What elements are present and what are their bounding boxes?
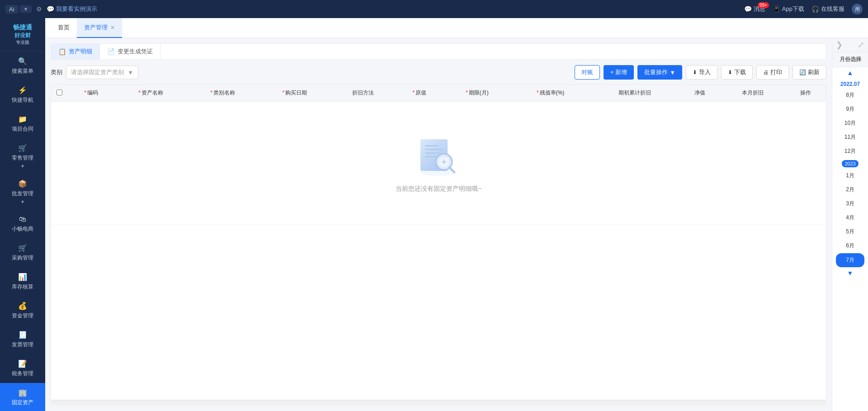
tab-asset-label: 资产管理 (84, 24, 108, 32)
month-item-12[interactable]: 12月 (832, 144, 868, 158)
sidebar-item-retail[interactable]: 🛒 零售管理 ▼ (0, 138, 45, 174)
sidebar-item-search[interactable]: 🔍 搜索菜单 (0, 52, 45, 80)
demo-link[interactable]: 💬 我要看实例演示 (47, 5, 97, 13)
sidebar-item-label: 采购管理 (12, 254, 33, 262)
sidebar-item-label: 零售管理 (12, 154, 33, 162)
col-category: *类别名称 (187, 85, 259, 102)
col-residual-rate: *残值率(%) (511, 85, 590, 102)
app-logo: 畅捷通 好业财 专业版 (0, 18, 45, 52)
search-icon: 🔍 (18, 57, 27, 66)
empty-state-text: 当前您还没有固定资产明细哦~ (396, 185, 481, 193)
month-nav-down[interactable]: ▼ (832, 268, 868, 279)
sidebar-item-invoice[interactable]: 🧾 发票管理 (0, 325, 45, 354)
sidebar-item-label: 库存核算 (12, 283, 33, 291)
sidebar-item-label: 固定资产 (12, 399, 33, 406)
refresh-button[interactable]: 🔄 刷新 (793, 65, 826, 80)
print-button[interactable]: 🖨 打印 (756, 65, 789, 80)
month-item-5[interactable]: 5月 (832, 225, 868, 239)
main-layout: 畅捷通 好业财 专业版 🔍 搜索菜单 ⚡ 快捷导航 📁 项目合同 🛒 零售管理 … (0, 18, 868, 411)
col-accumulated-depreciation: 期初累计折旧 (590, 85, 679, 102)
chevron-down-icon: ▼ (20, 199, 25, 204)
message-badge: 99+ (758, 2, 769, 8)
month-item-10[interactable]: 10月 (832, 116, 868, 130)
table-header-row: *编码 *资产名称 *类别名称 *购买日期 折旧方法 *原值 *期限(月) *残… (51, 85, 826, 102)
month-item-1[interactable]: 1月 (832, 169, 868, 183)
ecommerce-icon: 🛍 (19, 215, 26, 223)
toolbar: 类别 请选择固定资产类别 ▼ 对账 + 新增 批量操作 ▼ (51, 65, 826, 80)
user-avatar[interactable]: 用 (852, 4, 863, 14)
sidebar-item-tax[interactable]: 📝 税务管理 (0, 354, 45, 383)
month-item-8[interactable]: 8月 (832, 88, 868, 102)
month-item-4[interactable]: 4月 (832, 211, 868, 225)
asset-detail-icon: 📋 (58, 48, 66, 55)
online-service-button[interactable]: 🎧 在线客服 (811, 5, 844, 13)
app-name2: 好业财 (4, 32, 42, 39)
sidebar-item-label: 资金管理 (12, 312, 33, 320)
empty-row: 当前您还没有固定资产明细哦~ (51, 102, 826, 224)
app-download-button[interactable]: 📱 App下载 (773, 5, 804, 13)
year-2022-label: 2022.07 (832, 78, 868, 88)
sidebar-item-finance[interactable]: 💰 资金管理 (0, 296, 45, 325)
batch-dropdown-icon: ▼ (670, 69, 675, 76)
sub-tab-change-voucher[interactable]: 📄 变更生成凭证 (100, 44, 160, 59)
category-select[interactable]: 请选择固定资产类别 ▼ (66, 66, 138, 79)
invoice-icon: 🧾 (18, 331, 27, 339)
sidebar-item-label: 搜索菜单 (12, 67, 33, 75)
tab-home-label: 首页 (58, 24, 70, 32)
month-item-11[interactable]: 11月 (832, 130, 868, 144)
tab-bar: 首页 资产管理 ✕ (45, 18, 868, 38)
sub-tab-bar: 📋 资产明细 📄 变更生成凭证 (51, 43, 826, 60)
company-name: Ai (5, 5, 18, 14)
select-all-checkbox[interactable] (57, 90, 62, 95)
col-purchase-date: *购买日期 (259, 85, 330, 102)
app-edition: 专业版 (4, 39, 42, 46)
add-button[interactable]: + 新增 (604, 65, 634, 80)
download-button[interactable]: ⬇ 下载 (721, 65, 753, 80)
import-button[interactable]: ⬇ 导入 (686, 65, 717, 80)
tab-close-icon[interactable]: ✕ (110, 24, 115, 31)
tax-icon: 📝 (18, 359, 27, 368)
horizontal-scrollbar[interactable] (51, 400, 826, 406)
sidebar-item-label: 项目合同 (12, 125, 33, 133)
sidebar-item-project[interactable]: 📁 项目合同 (0, 109, 45, 138)
month-item-9[interactable]: 9月 (832, 102, 868, 116)
sidebar-item-quicknav[interactable]: ⚡ 快捷导航 (0, 80, 45, 109)
col-net-value: 净值 (679, 85, 720, 102)
change-voucher-icon: 📄 (107, 48, 115, 55)
sidebar-item-purchase[interactable]: 🛒 采购管理 (0, 238, 45, 267)
reconcile-button[interactable]: 对账 (575, 65, 600, 80)
sidebar-item-label: 发票管理 (12, 341, 33, 349)
page-content: 📋 资产明细 📄 变更生成凭证 类别 请选择固定资产类别 ▼ (45, 38, 868, 411)
main-panel: 📋 资产明细 📄 变更生成凭证 类别 请选择固定资产类别 ▼ (45, 38, 832, 411)
sidebar-item-wholesale[interactable]: 📦 批发管理 ▼ (0, 174, 45, 210)
month-nav-up[interactable]: ▲ (832, 67, 868, 78)
sidebar-item-ecommerce[interactable]: 🛍 小畅电商 (0, 210, 45, 238)
finance-icon: 💰 (18, 302, 27, 310)
retail-icon: 🛒 (18, 144, 27, 152)
sidebar-item-fixed-asset[interactable]: 🏢 固定资产 (0, 383, 45, 411)
message-button[interactable]: 💬 消息 99+ (744, 5, 765, 13)
sub-tab-asset-detail[interactable]: 📋 资产明细 (51, 44, 100, 59)
top-bar-left: Ai ▼ ⚙ 💬 我要看实例演示 (5, 5, 97, 14)
col-code: *编码 (67, 85, 115, 102)
sidebar-item-inventory[interactable]: 📊 库存核算 (0, 267, 45, 296)
col-name: *资产名称 (115, 85, 187, 102)
month-selector-panel: ❯ ⤢ 月份选择 ▲ 2022.07 8月 9月 10月 11月 12月 202… (832, 38, 868, 411)
tab-asset-management[interactable]: 资产管理 ✕ (77, 18, 122, 38)
month-item-2[interactable]: 2月 (832, 183, 868, 197)
panel-close-icon[interactable]: ❯ (834, 38, 844, 52)
sidebar-item-label: 小畅电商 (12, 225, 33, 233)
month-item-6[interactable]: 6月 (832, 239, 868, 253)
tab-home[interactable]: 首页 (51, 18, 77, 38)
import-icon: ⬇ (693, 69, 697, 76)
month-item-7-current[interactable]: 7月 (836, 253, 864, 267)
batch-operations-button[interactable]: 批量操作 ▼ (637, 65, 682, 80)
svg-rect-4 (425, 149, 443, 150)
settings-icon[interactable]: ⚙ (36, 5, 42, 13)
empty-illustration (411, 132, 466, 178)
month-item-3[interactable]: 3月 (832, 197, 868, 211)
dropdown-arrow[interactable]: ▼ (20, 5, 32, 13)
company-info[interactable]: Ai ▼ (5, 5, 32, 14)
select-all-header[interactable] (51, 85, 67, 102)
panel-expand-icon[interactable]: ⤢ (856, 38, 866, 52)
